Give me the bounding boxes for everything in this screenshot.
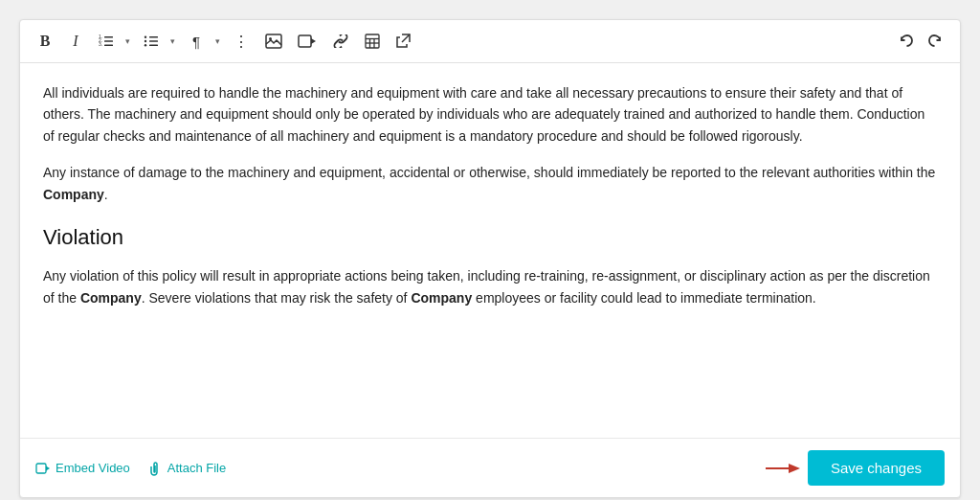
svg-rect-6 <box>149 36 158 38</box>
svg-rect-7 <box>149 40 158 42</box>
svg-text:3.: 3. <box>99 41 102 47</box>
paragraph-dropdown-button[interactable]: ▾ <box>212 28 224 55</box>
svg-rect-8 <box>149 45 158 47</box>
svg-rect-1 <box>104 40 113 42</box>
embed-button[interactable] <box>390 28 416 55</box>
attach-icon <box>149 461 163 476</box>
image-icon <box>265 34 282 49</box>
svg-rect-22 <box>36 464 46 473</box>
link-button[interactable] <box>326 28 355 55</box>
svg-rect-0 <box>104 36 113 38</box>
ordered-list-icon: 1. 2. 3. <box>99 34 114 49</box>
redo-icon <box>927 34 943 49</box>
chevron-down-icon: ▾ <box>215 36 220 46</box>
video-icon <box>298 34 317 48</box>
undo-button[interactable] <box>893 28 920 55</box>
svg-marker-23 <box>46 466 50 470</box>
table-button[interactable] <box>359 28 386 55</box>
footer-links: Embed Video Attach File <box>35 461 226 476</box>
svg-rect-12 <box>266 34 281 48</box>
chevron-down-icon: ▾ <box>125 36 130 46</box>
unordered-list-icon <box>144 34 159 49</box>
paragraph-3: Any violation of this policy will result… <box>43 265 937 308</box>
svg-point-10 <box>145 40 146 42</box>
video-button[interactable] <box>292 28 323 55</box>
save-changes-button[interactable]: Save changes <box>808 450 945 486</box>
attach-file-button[interactable]: Attach File <box>149 461 226 476</box>
save-area: Save changes <box>766 450 945 486</box>
violation-heading: Violation <box>43 220 937 254</box>
paragraph-1: All individuals are required to handle t… <box>43 82 937 147</box>
toolbar: B I 1. 2. 3. ▾ <box>20 20 960 63</box>
svg-point-9 <box>145 36 146 38</box>
unordered-list-group: ▾ <box>138 28 179 55</box>
external-link-icon <box>395 34 411 49</box>
unordered-list-dropdown-button[interactable]: ▾ <box>167 28 179 55</box>
video-small-icon <box>35 463 51 474</box>
ordered-list-dropdown-button[interactable]: ▾ <box>122 28 134 55</box>
content-area[interactable]: All individuals are required to handle t… <box>20 63 960 438</box>
footer: Embed Video Attach File Save changes <box>20 438 960 497</box>
editor-container: B I 1. 2. 3. ▾ <box>19 19 961 498</box>
svg-rect-14 <box>299 35 311 47</box>
redo-button[interactable] <box>922 28 948 55</box>
svg-marker-25 <box>789 464 800 473</box>
paragraph-2: Any instance of damage to the machinery … <box>43 162 937 205</box>
italic-button[interactable]: I <box>62 28 89 55</box>
table-icon <box>365 34 380 49</box>
paragraph-button[interactable]: ¶ <box>183 28 210 55</box>
bold-icon: B <box>40 33 51 50</box>
undo-redo-group <box>893 28 948 55</box>
italic-icon: I <box>73 33 78 50</box>
more-options-button[interactable]: ⋮ <box>228 28 256 55</box>
image-button[interactable] <box>259 28 288 55</box>
svg-marker-15 <box>311 38 316 44</box>
more-icon: ⋮ <box>234 33 250 51</box>
svg-rect-16 <box>366 34 379 48</box>
undo-icon <box>899 34 914 49</box>
link-icon <box>332 34 349 48</box>
paragraph-icon: ¶ <box>192 34 200 50</box>
unordered-list-button[interactable] <box>138 28 165 55</box>
bold-button[interactable]: B <box>32 28 58 55</box>
ordered-list-group: 1. 2. 3. ▾ <box>93 28 134 55</box>
ordered-list-button[interactable]: 1. 2. 3. <box>93 28 120 55</box>
svg-point-11 <box>145 44 146 46</box>
embed-video-button[interactable]: Embed Video <box>35 461 130 475</box>
svg-rect-2 <box>104 45 113 47</box>
paragraph-group: ¶ ▾ <box>183 28 224 55</box>
chevron-down-icon: ▾ <box>170 36 175 46</box>
arrow-icon <box>766 459 800 478</box>
svg-line-21 <box>402 34 410 42</box>
